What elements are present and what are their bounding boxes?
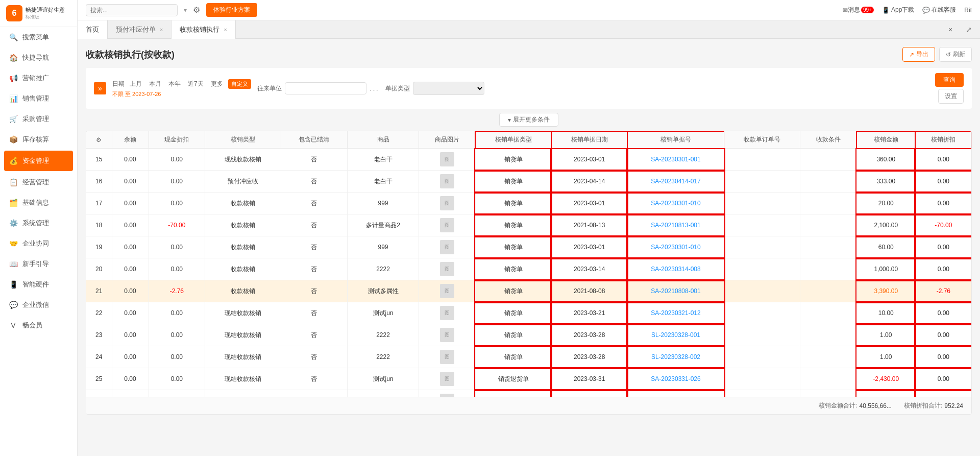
sidebar-item-hardware[interactable]: 📱 智能硬件: [0, 274, 77, 295]
cell-verify_type: 预付冲应收: [205, 171, 281, 193]
cell-verify_amount: 360.00: [856, 149, 915, 171]
filter-date-label: 日期: [112, 80, 125, 88]
cell-index: 24: [86, 346, 112, 368]
sidebar-item-operation[interactable]: 📋 经营管理: [0, 172, 77, 193]
tab-prepay[interactable]: 预付冲应付单 ×: [108, 20, 172, 39]
cell-collection_condition: [800, 324, 857, 346]
home-icon: 🏠: [8, 53, 18, 63]
cell-bill_report_type: 销货单: [475, 302, 551, 324]
chevron-down-icon: ▾: [184, 7, 187, 14]
tab-collection-close[interactable]: ×: [224, 27, 227, 33]
filter-date-custom[interactable]: 自定义: [228, 79, 251, 89]
notice-btn[interactable]: ✉ 消息 99+: [843, 6, 874, 14]
tab-home-label: 首页: [86, 25, 99, 34]
filter-bill-type-select[interactable]: [413, 82, 484, 95]
cell-verify_discount: 0.00: [915, 368, 971, 390]
col-header-index[interactable]: ⚙: [86, 131, 112, 149]
cell-bill_no[interactable]: SA-20230321-012: [627, 302, 724, 324]
user-label: Rit: [964, 7, 972, 14]
topbar-search-input[interactable]: [86, 4, 178, 16]
cell-goods: 123D商品: [347, 390, 419, 397]
cell-bill_no[interactable]: SA-20210808-001: [627, 280, 724, 302]
export-btn[interactable]: ↗ 导出: [902, 47, 935, 62]
sidebar-item-guide[interactable]: 📖 新手引导: [0, 254, 77, 274]
filter-partner-field: 往来单位 ...: [257, 82, 379, 94]
cell-bill_no[interactable]: SA-20230301-001: [627, 149, 724, 171]
filter-expand-btn[interactable]: »: [94, 82, 106, 94]
cell-verify_amount: -2,430.00: [856, 368, 915, 390]
table-row: 240.000.00现结收款核销否2222图销货单2023-03-28SL-20…: [86, 346, 971, 368]
sidebar-item-wechat[interactable]: 💬 企业微信: [0, 295, 77, 315]
hardware-icon: 📱: [8, 279, 18, 290]
settings-btn[interactable]: 设置: [938, 89, 964, 104]
cell-goods_image: 图: [419, 149, 476, 171]
cell-goods: 测试多属性: [347, 280, 419, 302]
cell-bill_no[interactable]: SL-20230328-001: [627, 324, 724, 346]
sidebar-item-purchase[interactable]: 🛒 采购管理: [0, 109, 77, 129]
cell-index: 25: [86, 368, 112, 390]
sidebar-item-finance[interactable]: 💰 资金管理: [4, 151, 73, 171]
sidebar-item-member[interactable]: V 畅会员: [0, 315, 77, 335]
filter-query-area: 查询 设置: [935, 73, 964, 104]
page-actions: ↗ 导出 ↺ 刷新: [902, 47, 972, 62]
guide-icon: 📖: [8, 259, 18, 269]
page-title: 收款核销执行(按收款): [86, 49, 175, 61]
gear-icon[interactable]: ⚙: [193, 5, 200, 15]
filter-date-more[interactable]: 更多: [209, 79, 225, 89]
cell-balance: 0.00: [112, 236, 149, 258]
cell-bill_no[interactable]: SA-20230301-010: [627, 193, 724, 214]
cell-bill_no[interactable]: ABC-001: [627, 390, 724, 397]
maximize-btn[interactable]: ⤢: [962, 22, 976, 37]
cell-goods_image: 图: [419, 258, 476, 280]
sidebar-item-inventory[interactable]: 📦 库存核算: [0, 129, 77, 150]
online-service-btn[interactable]: 💬 在线客服: [922, 6, 956, 14]
cell-bill_date: 2023-03-14: [551, 258, 627, 280]
cell-bill_date: 2023-03-01: [551, 236, 627, 258]
sidebar-item-basic[interactable]: 🗂️ 基础信息: [0, 193, 77, 213]
main-area: ▾ ⚙ 体验行业方案 ✉ 消息 99+ 📱 App下载 💬 在线客服 Rit 首…: [78, 0, 980, 456]
sidebar-item-collab[interactable]: 🤝 企业协同: [0, 233, 77, 254]
cell-verify_amount: 333.00: [856, 171, 915, 193]
filter-date-last-month[interactable]: 上月: [128, 79, 144, 89]
close-tab-btn[interactable]: ×: [943, 22, 958, 37]
app-download-btn[interactable]: 📱 App下载: [882, 6, 914, 14]
filter-partner-dots[interactable]: ...: [370, 84, 379, 93]
tab-collection[interactable]: 收款核销执行 ×: [172, 20, 235, 39]
sidebar-item-search[interactable]: 🔍 搜索菜单: [0, 27, 77, 47]
cell-verify_amount: 1,000.00: [856, 258, 915, 280]
cell-collection_order_no: [724, 390, 800, 397]
cell-bill_no[interactable]: SL-20230328-002: [627, 346, 724, 368]
filter-date-this-year[interactable]: 本年: [166, 79, 183, 89]
basic-icon: 🗂️: [8, 198, 18, 208]
cell-bill_no[interactable]: SA-20230314-008: [627, 258, 724, 280]
cell-verify_type: 收款核销: [205, 280, 281, 302]
cell-bill_no[interactable]: SA-20230414-017: [627, 171, 724, 193]
filter-date-this-month[interactable]: 本月: [147, 79, 163, 89]
tab-home[interactable]: 首页: [78, 20, 108, 39]
query-btn[interactable]: 查询: [935, 73, 964, 87]
cell-bill_no[interactable]: SA-20210813-001: [627, 214, 724, 236]
expand-more-btn[interactable]: ▾ 展开更多条件: [499, 113, 558, 127]
cell-bill_no[interactable]: SA-20230331-026: [627, 368, 724, 390]
cell-included: 否: [281, 236, 348, 258]
refresh-icon: ↺: [946, 51, 951, 58]
filter-date-7days[interactable]: 近7天: [186, 79, 206, 89]
table-scroll[interactable]: ⚙ 余额 现金折扣 核销类型 包含已结清 商品 商品图片 核销单据类型 核销单据…: [86, 131, 971, 397]
cell-included: 否: [281, 193, 348, 214]
refresh-btn[interactable]: ↺ 刷新: [939, 47, 972, 62]
sidebar-item-system[interactable]: ⚙️ 系统管理: [0, 213, 77, 233]
cell-balance: 0.00: [112, 390, 149, 397]
logo-sub: 标准版: [26, 14, 65, 20]
sidebar-item-marketing[interactable]: 📢 营销推广: [0, 68, 77, 88]
cell-verify_type: 现线收款核销: [205, 149, 281, 171]
filter-partner-input[interactable]: [285, 82, 366, 94]
sidebar-item-shortcut[interactable]: 🏠 快捷导航: [0, 47, 77, 68]
sidebar-item-sales[interactable]: 📊 销售管理: [0, 88, 77, 109]
marketing-icon: 📢: [8, 73, 18, 83]
cell-collection_condition: [800, 236, 857, 258]
logo-icon: 6: [6, 5, 22, 21]
tab-prepay-close[interactable]: ×: [160, 27, 163, 33]
cell-bill_no[interactable]: SA-20230301-010: [627, 236, 724, 258]
cell-included: 否: [281, 302, 348, 324]
industry-btn[interactable]: 体验行业方案: [206, 3, 257, 17]
